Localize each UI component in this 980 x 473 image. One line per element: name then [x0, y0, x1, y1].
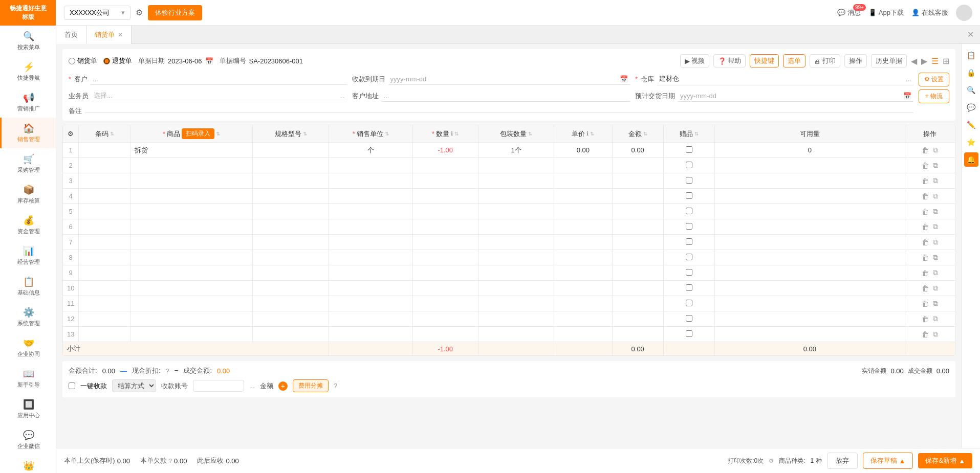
row-product[interactable]: [130, 235, 253, 250]
row-barcode[interactable]: [79, 158, 130, 173]
expense-help-icon[interactable]: ?: [334, 382, 337, 390]
delete-row-btn[interactable]: 🗑: [921, 160, 930, 171]
gift-checkbox[interactable]: [686, 254, 692, 260]
delete-row-btn[interactable]: 🗑: [921, 298, 930, 309]
save-draft-button[interactable]: 保存草稿 ▲: [863, 453, 913, 469]
print-settings-icon[interactable]: ⚙: [769, 458, 774, 464]
calendar-icon[interactable]: 📅: [205, 57, 213, 65]
row-unit[interactable]: [329, 235, 412, 250]
row-barcode[interactable]: [79, 250, 130, 265]
add-payment-button[interactable]: +: [278, 381, 288, 391]
row-amount[interactable]: [612, 173, 663, 189]
gift-checkbox[interactable]: [686, 269, 692, 276]
copy-row-btn[interactable]: ⧉: [932, 237, 939, 247]
row-product[interactable]: [130, 219, 253, 235]
copy-row-btn[interactable]: ⧉: [932, 191, 939, 201]
customer-addr-input[interactable]: ...: [382, 91, 630, 102]
app-download-button[interactable]: 📱 App下载: [868, 8, 904, 17]
sort-unit-icon[interactable]: ⇅: [385, 131, 389, 137]
row-gift[interactable]: [663, 219, 714, 235]
copy-row-btn[interactable]: ⧉: [932, 145, 939, 155]
row-spec[interactable]: [253, 143, 329, 158]
sidebar-item-guide[interactable]: 📖新手引导: [0, 363, 56, 394]
th-settings[interactable]: ⚙: [63, 125, 79, 143]
row-spec[interactable]: [253, 311, 329, 327]
row-amount[interactable]: [612, 235, 663, 250]
row-qty[interactable]: [412, 235, 478, 250]
row-amount[interactable]: [612, 189, 663, 204]
row-gift[interactable]: [663, 204, 714, 219]
row-qty[interactable]: [412, 327, 478, 342]
row-gift[interactable]: [663, 250, 714, 265]
gear-button[interactable]: ⚙: [136, 8, 143, 17]
copy-row-btn[interactable]: ⧉: [932, 206, 939, 217]
row-spec[interactable]: [253, 235, 329, 250]
row-unit-price[interactable]: [554, 219, 612, 235]
row-qty[interactable]: [412, 281, 478, 296]
row-qty[interactable]: [412, 158, 478, 173]
row-qty[interactable]: [412, 173, 478, 189]
row-gift[interactable]: [663, 296, 714, 311]
copy-row-btn[interactable]: ⧉: [932, 329, 939, 340]
delete-row-btn[interactable]: 🗑: [921, 313, 930, 324]
row-barcode[interactable]: [79, 265, 130, 281]
row-unit[interactable]: [329, 158, 412, 173]
price-info-icon[interactable]: ℹ: [586, 130, 589, 137]
row-unit-price[interactable]: [554, 158, 612, 173]
row-barcode[interactable]: [79, 204, 130, 219]
row-pack-qty[interactable]: [478, 250, 554, 265]
sort-pack-icon[interactable]: ⇅: [528, 131, 532, 137]
trial-button[interactable]: 体验行业方案: [148, 5, 202, 20]
avatar[interactable]: [956, 5, 972, 21]
row-unit[interactable]: [329, 219, 412, 235]
online-service-button[interactable]: 👤 在线客服: [911, 8, 948, 17]
row-barcode[interactable]: [79, 311, 130, 327]
row-unit-price[interactable]: [554, 327, 612, 342]
delete-row-btn[interactable]: 🗑: [921, 191, 930, 201]
row-unit[interactable]: [329, 204, 412, 219]
sidebar-item-marketing[interactable]: 📢营销推广: [0, 87, 56, 118]
row-amount[interactable]: [612, 296, 663, 311]
sort-amount-icon[interactable]: ⇅: [643, 131, 647, 137]
row-product[interactable]: [130, 204, 253, 219]
sidebar-item-finance[interactable]: 💰资金管理: [0, 210, 56, 240]
company-select[interactable]: XXXXXX公司 ▾: [64, 6, 130, 20]
delete-row-btn[interactable]: 🗑: [921, 252, 930, 263]
row-spec[interactable]: [253, 158, 329, 173]
row-unit[interactable]: [329, 327, 412, 342]
copy-row-btn[interactable]: ⧉: [932, 221, 939, 232]
row-barcode[interactable]: [79, 143, 130, 158]
row-unit[interactable]: [329, 265, 412, 281]
scan-btn[interactable]: 扫码录入: [182, 128, 214, 139]
right-btn-4[interactable]: 💬: [964, 100, 978, 115]
row-spec[interactable]: [253, 204, 329, 219]
row-amount[interactable]: [612, 219, 663, 235]
save-new-button[interactable]: 保存&新增 ▲: [918, 453, 972, 468]
row-pack-qty[interactable]: [478, 281, 554, 296]
list-view-icon[interactable]: ☰: [931, 56, 939, 66]
sidebar-item-purchase[interactable]: 🛒采购管理: [0, 148, 56, 179]
row-pack-qty[interactable]: [478, 327, 554, 342]
row-qty[interactable]: [412, 250, 478, 265]
row-spec[interactable]: [253, 189, 329, 204]
row-spec[interactable]: [253, 219, 329, 235]
sale-order-radio[interactable]: 销货单: [69, 56, 97, 65]
row-unit-price[interactable]: [554, 173, 612, 189]
nav-prev-icon[interactable]: ◀: [911, 56, 917, 66]
row-unit-price[interactable]: [554, 204, 612, 219]
sidebar-item-search[interactable]: 🔍搜索菜单: [0, 26, 56, 56]
message-button[interactable]: 💬 消息 99+: [837, 8, 861, 17]
right-btn-3[interactable]: 🔍: [964, 83, 978, 97]
tab-home[interactable]: 首页: [56, 26, 86, 44]
row-spec[interactable]: [253, 173, 329, 189]
gift-checkbox[interactable]: [686, 315, 692, 322]
sidebar-item-enterprise[interactable]: 🤝企业协同: [0, 332, 56, 363]
gift-checkbox[interactable]: [686, 238, 692, 245]
sale-radio-input[interactable]: [69, 58, 75, 64]
row-pack-qty[interactable]: [478, 219, 554, 235]
row-amount[interactable]: [612, 158, 663, 173]
row-amount[interactable]: [612, 204, 663, 219]
sidebar-item-inventory[interactable]: 📦库存核算: [0, 179, 56, 210]
nav-next-icon[interactable]: ▶: [921, 56, 927, 66]
select-btn[interactable]: 选单: [783, 54, 805, 67]
